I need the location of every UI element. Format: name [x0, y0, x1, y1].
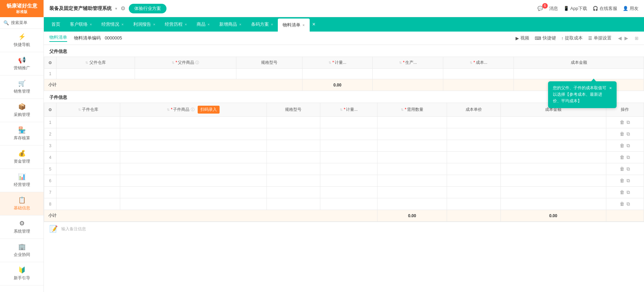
- view-video-button[interactable]: ▶ 视频: [516, 35, 529, 41]
- child-spec-cell[interactable]: [267, 152, 320, 163]
- single-settings-button[interactable]: ☰ 单据设置: [588, 35, 611, 41]
- child-warehouse-cell[interactable]: [57, 140, 120, 152]
- child-unit-cell[interactable]: [320, 128, 377, 140]
- copy-icon[interactable]: ⧉: [627, 189, 630, 195]
- tab-customer-close[interactable]: ×: [90, 22, 92, 26]
- child-warehouse-cell[interactable]: [57, 163, 120, 175]
- child-cost-unit-cell[interactable]: [447, 140, 500, 152]
- delete-icon[interactable]: 🗑: [620, 166, 624, 172]
- tab-ops-history-close[interactable]: ×: [185, 22, 187, 26]
- child-warehouse-cell[interactable]: [57, 175, 120, 187]
- tab-barcode-close[interactable]: ×: [271, 22, 273, 26]
- child-needed-qty-cell[interactable]: [377, 187, 447, 198]
- tab-home[interactable]: 首页: [47, 17, 65, 32]
- copy-icon[interactable]: ⧉: [627, 154, 630, 160]
- child-needed-qty-cell[interactable]: [377, 198, 447, 210]
- sidebar-item-inventory[interactable]: 🏪 库存核算: [0, 122, 44, 145]
- tab-goods-close[interactable]: ×: [208, 22, 210, 26]
- bottom-hint[interactable]: 输入备注信息: [61, 226, 86, 232]
- trial-button[interactable]: 体验行业方案: [129, 4, 166, 13]
- child-warehouse-cell[interactable]: [57, 187, 120, 198]
- child-warehouse-cell[interactable]: [57, 152, 120, 163]
- child-goods-cell[interactable]: [120, 198, 267, 210]
- tab-new-goods[interactable]: 新增商品 ×: [214, 17, 246, 32]
- child-col-settings[interactable]: ⚙: [44, 103, 57, 117]
- settings-gear-icon[interactable]: ⚙: [121, 5, 125, 12]
- child-spec-cell[interactable]: [267, 175, 320, 187]
- child-spec-cell[interactable]: [267, 187, 320, 198]
- child-cost-unit-cell[interactable]: [447, 187, 500, 198]
- child-needed-qty-cell[interactable]: [377, 152, 447, 163]
- child-needed-qty-cell[interactable]: [377, 117, 447, 128]
- parent-unit-cell[interactable]: [302, 69, 373, 79]
- child-goods-cell[interactable]: [120, 128, 267, 140]
- child-unit-cell[interactable]: [320, 152, 377, 163]
- child-warehouse-cell[interactable]: [57, 198, 120, 210]
- extract-cost-button[interactable]: ↑ 提取成本: [561, 35, 583, 41]
- child-spec-cell[interactable]: [267, 163, 320, 175]
- child-unit-cell[interactable]: [320, 117, 377, 128]
- sidebar-item-finance[interactable]: 💰 资金管理: [0, 145, 44, 169]
- tab-new-goods-close[interactable]: ×: [239, 22, 241, 26]
- delete-icon[interactable]: 🗑: [620, 154, 624, 160]
- shortcut-button[interactable]: ⌨ 快捷键: [535, 35, 556, 41]
- copy-icon[interactable]: ⧉: [627, 166, 630, 172]
- parent-production-cell[interactable]: [373, 69, 443, 79]
- prev-arrow[interactable]: ◀: [617, 35, 623, 41]
- content-tab-bom[interactable]: 物料清单: [49, 34, 67, 42]
- sidebar-item-purchase[interactable]: 📦 采购管理: [0, 99, 44, 122]
- tab-ops-status-close[interactable]: ×: [121, 22, 123, 26]
- child-unit-cell[interactable]: [320, 198, 377, 210]
- next-arrow[interactable]: ▶: [623, 35, 629, 41]
- message-button[interactable]: 💬 6 消息: [537, 5, 558, 12]
- user-button[interactable]: 👤 用友: [623, 5, 639, 12]
- copy-icon[interactable]: ⧉: [627, 143, 630, 149]
- child-goods-cell[interactable]: [120, 187, 267, 198]
- tab-goods[interactable]: 商品 ×: [192, 17, 214, 32]
- parent-warehouse-cell[interactable]: [57, 69, 135, 79]
- tab-ops-status[interactable]: 经营情况 ×: [97, 17, 128, 32]
- copy-icon[interactable]: ⧉: [627, 119, 630, 125]
- tooltip-close-button[interactable]: ×: [609, 85, 612, 92]
- child-needed-qty-cell[interactable]: [377, 163, 447, 175]
- tab-bom[interactable]: 物料清单 ×: [278, 19, 309, 32]
- tab-profit-close[interactable]: ×: [153, 22, 155, 26]
- app-download-button[interactable]: 📱 App下载: [564, 5, 587, 12]
- tab-bom-close[interactable]: ×: [302, 23, 305, 27]
- tab-profit[interactable]: 利润报告 ×: [128, 17, 160, 32]
- child-needed-qty-cell[interactable]: [377, 128, 447, 140]
- child-unit-cell[interactable]: [320, 175, 377, 187]
- child-goods-cell[interactable]: [120, 152, 267, 163]
- child-goods-cell[interactable]: [120, 163, 267, 175]
- child-needed-qty-cell[interactable]: [377, 175, 447, 187]
- delete-icon[interactable]: 🗑: [620, 189, 624, 195]
- layout-icon[interactable]: ⊞: [635, 36, 639, 41]
- child-unit-cell[interactable]: [320, 187, 377, 198]
- tab-barcode[interactable]: 条码方案 ×: [246, 17, 278, 32]
- child-warehouse-cell[interactable]: [57, 117, 120, 128]
- child-warehouse-cell[interactable]: [57, 128, 120, 140]
- parent-col-settings[interactable]: ⚙: [44, 57, 57, 69]
- delete-icon[interactable]: 🗑: [620, 119, 624, 125]
- parent-spec-cell[interactable]: [236, 69, 302, 79]
- child-spec-cell[interactable]: [267, 128, 320, 140]
- delete-icon[interactable]: 🗑: [620, 201, 624, 207]
- search-menu[interactable]: 🔍 搜索菜单: [0, 17, 44, 29]
- system-dropdown-icon[interactable]: ▾: [115, 6, 117, 11]
- topnav-close-icon[interactable]: ×: [310, 21, 318, 27]
- child-spec-cell[interactable]: [267, 198, 320, 210]
- copy-icon[interactable]: ⧉: [627, 131, 630, 137]
- sidebar-item-sales[interactable]: 🛒 销售管理: [0, 75, 44, 99]
- child-cost-unit-cell[interactable]: [447, 198, 500, 210]
- delete-icon[interactable]: 🗑: [620, 131, 624, 137]
- copy-icon[interactable]: ⧉: [627, 178, 630, 184]
- child-cost-unit-cell[interactable]: [447, 152, 500, 163]
- sidebar-item-system[interactable]: ⚙ 系统管理: [0, 215, 44, 239]
- child-spec-cell[interactable]: [267, 117, 320, 128]
- child-cost-unit-cell[interactable]: [447, 128, 500, 140]
- child-needed-qty-cell[interactable]: [377, 140, 447, 152]
- child-cost-unit-cell[interactable]: [447, 175, 500, 187]
- sidebar-item-guide[interactable]: 🔰 新手引导: [0, 262, 44, 285]
- child-goods-cell[interactable]: [120, 117, 267, 128]
- child-unit-cell[interactable]: [320, 163, 377, 175]
